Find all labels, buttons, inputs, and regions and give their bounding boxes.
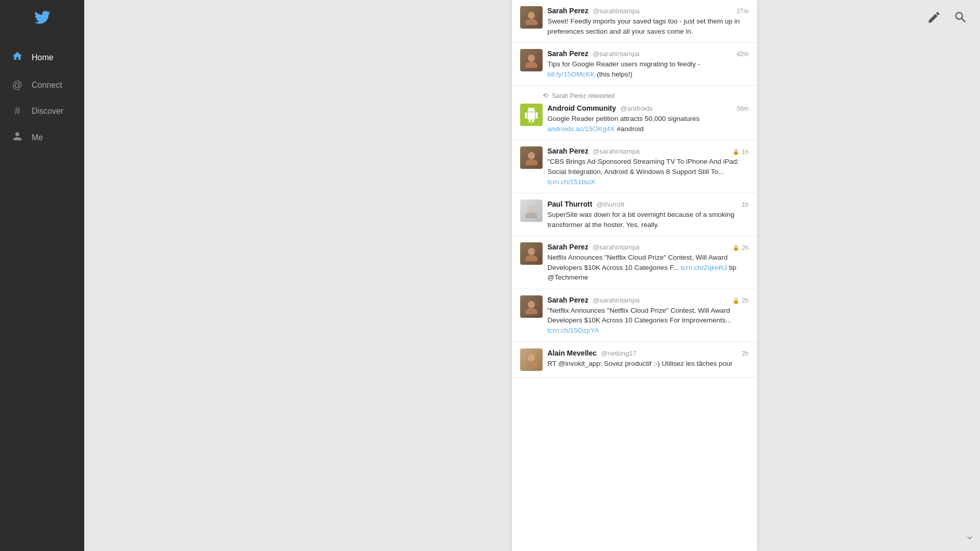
svg-point-11	[525, 308, 537, 314]
avatar	[520, 104, 543, 126]
svg-point-6	[528, 205, 535, 212]
tweet-author-name: Alain Mevellec	[548, 349, 597, 357]
tweet-time: 27m	[737, 8, 748, 15]
sidebar-item-discover[interactable]: # Discover	[0, 98, 84, 124]
tweet-time: 🔒 2h	[732, 297, 748, 304]
avatar	[520, 242, 543, 265]
tweet-item-7[interactable]: Sarah Perez @sarahintampa 🔒 2h "Netflix …	[512, 289, 757, 342]
tweet-body: Sarah Perez @sarahintampa 🔒 1h "CBS Brin…	[548, 146, 749, 187]
tweet-feed: Sarah Perez @sarahintampa 27m Sweet! Fee…	[512, 0, 757, 551]
svg-point-4	[528, 152, 535, 159]
sidebar: Home @ Connect # Discover Me	[0, 0, 84, 551]
tweet-author-name: Sarah Perez	[548, 296, 589, 304]
tweet-text: "CBS Brings Ad-Sponsored Streaming TV To…	[548, 157, 749, 187]
tweet-item-4[interactable]: Sarah Perez @sarahintampa 🔒 1h "CBS Brin…	[512, 140, 757, 193]
tweet-link[interactable]: tcrn.ch/151tsoX	[548, 178, 596, 186]
tweet-body: Sarah Perez @sarahintampa 🔒 2h Netflix A…	[548, 242, 749, 283]
sidebar-item-home[interactable]: Home	[0, 43, 84, 72]
tweet-time: 1h	[742, 201, 748, 208]
tweet-author-name: Sarah Perez	[548, 7, 589, 15]
sidebar-item-connect[interactable]: @ Connect	[0, 72, 84, 98]
tweet-author-handle: @sarahintampa	[593, 147, 640, 155]
tweet-text: Tips for Google Reader users migrating t…	[548, 59, 749, 79]
svg-point-12	[528, 354, 535, 361]
tweet-body: Sarah Perez @sarahintampa 🔒 2h "Netflix …	[548, 295, 749, 336]
tweet-time: 🔒 2h	[732, 244, 748, 252]
sidebar-item-label-me: Me	[32, 133, 43, 142]
svg-point-8	[528, 248, 535, 255]
retweet-icon: ⟲	[543, 92, 548, 99]
tweet-body: Alain Mevellec @netking17 2h RT @invokit…	[548, 348, 749, 371]
top-toolbar	[925, 8, 970, 27]
tweet-author-name: Paul Thurrott	[548, 200, 593, 208]
twitter-logo-icon	[34, 9, 51, 28]
tweet-author-handle: @androids	[621, 105, 653, 112]
compose-button[interactable]	[925, 8, 943, 27]
avatar	[520, 49, 543, 71]
svg-point-5	[525, 159, 537, 165]
tweet-author-handle: @sarahintampa	[593, 7, 640, 15]
home-icon	[10, 51, 24, 65]
tweet-item-1[interactable]: Sarah Perez @sarahintampa 27m Sweet! Fee…	[512, 0, 757, 43]
tweet-text: RT @invokit_app: Sovez productif :-) Uti…	[548, 359, 749, 369]
avatar	[520, 199, 543, 222]
tweet-author-handle: @thurrott	[597, 201, 624, 208]
retweet-bar: ⟲ Sarah Perez retweeted	[520, 92, 749, 99]
hash-icon: #	[10, 105, 24, 117]
sidebar-navigation: Home @ Connect # Discover Me	[0, 43, 84, 152]
avatar	[520, 348, 543, 371]
tweet-text: Netflix Announces "Netflix Cloud Prize" …	[548, 253, 749, 283]
tweet-author-name: Sarah Perez	[548, 147, 589, 155]
avatar	[520, 146, 543, 169]
avatar	[520, 6, 543, 29]
main-content: Sarah Perez @sarahintampa 27m Sweet! Fee…	[84, 0, 980, 551]
tweet-item-8[interactable]: Alain Mevellec @netking17 2h RT @invokit…	[512, 342, 757, 378]
lock-icon: 🔒	[732, 297, 740, 304]
tweet-text: Sweet! Feedly imports your saved tags to…	[548, 16, 749, 36]
tweet-time: 🔒 1h	[732, 148, 748, 156]
tweet-item-2[interactable]: Sarah Perez @sarahintampa 42m Tips for G…	[512, 43, 757, 86]
tweet-time: 58m	[737, 105, 748, 112]
sidebar-item-label-discover: Discover	[32, 107, 63, 116]
tweet-author-name: Sarah Perez	[548, 243, 589, 251]
svg-point-9	[525, 255, 537, 261]
tweet-body: Paul Thurrott @thurrott 1h SuperSite was…	[548, 199, 749, 230]
svg-point-2	[528, 55, 535, 62]
tweet-time: 2h	[742, 350, 748, 357]
at-icon: @	[10, 79, 24, 91]
svg-point-1	[525, 19, 537, 25]
tweet-author-name: Android Community	[548, 104, 617, 112]
tweet-author-handle: @netking17	[601, 349, 636, 357]
tweet-text: "Netflix Announces "Netflix Cloud Prize"…	[548, 306, 749, 336]
avatar	[520, 295, 543, 318]
tweet-item-5[interactable]: Paul Thurrott @thurrott 1h SuperSite was…	[512, 193, 757, 236]
svg-point-10	[528, 301, 535, 308]
tweet-author-name: Sarah Perez	[548, 49, 589, 58]
search-button[interactable]	[951, 8, 970, 27]
sidebar-item-label-home: Home	[32, 53, 54, 62]
tweet-item-3[interactable]: ⟲ Sarah Perez retweeted Android Communit…	[512, 86, 757, 140]
tweet-link[interactable]: tcrn.ch/ZqkeRJ	[681, 264, 727, 271]
tweet-item-6[interactable]: Sarah Perez @sarahintampa 🔒 2h Netflix A…	[512, 236, 757, 289]
sidebar-logo	[0, 9, 84, 28]
svg-point-3	[525, 62, 537, 68]
tweet-text: Google Reader petition attracts 50,000 s…	[548, 114, 749, 134]
tweet-text: SuperSite was down for a bit overnight b…	[548, 210, 749, 230]
sidebar-item-label-connect: Connect	[32, 81, 62, 90]
tweet-body: Sarah Perez @sarahintampa 42m Tips for G…	[548, 49, 749, 79]
svg-point-7	[525, 212, 537, 218]
tweet-link[interactable]: bit.ly/15OMcKK	[548, 70, 595, 78]
lock-icon: 🔒	[732, 148, 740, 155]
tweet-link[interactable]: androids.ac/15OKg4X	[548, 125, 615, 133]
retweet-label: Sarah Perez retweeted	[552, 92, 615, 99]
svg-point-0	[528, 12, 535, 19]
svg-point-13	[525, 361, 537, 367]
person-icon	[10, 131, 24, 144]
lock-icon: 🔒	[732, 244, 740, 251]
tweet-body: Android Community @androids 58m Google R…	[548, 104, 749, 134]
tweet-author-handle: @sarahintampa	[593, 243, 640, 251]
tweet-author-handle: @sarahintampa	[593, 50, 640, 58]
scroll-down-button[interactable]	[965, 533, 975, 546]
tweet-link[interactable]: tcrn.ch/15OzpYA	[548, 327, 599, 334]
sidebar-item-me[interactable]: Me	[0, 124, 84, 152]
